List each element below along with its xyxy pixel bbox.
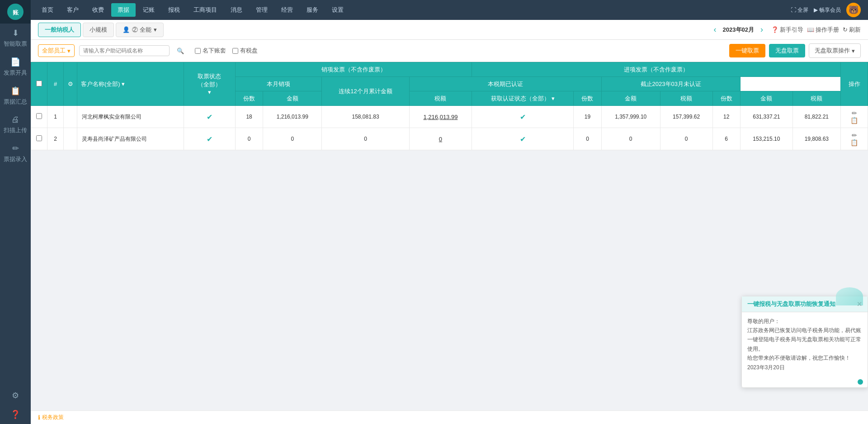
prev-month-button[interactable]: ‹ <box>711 24 719 35</box>
row-uncert-amount: 631,337.21 <box>740 106 793 128</box>
row-sales-count: 18 <box>235 106 263 128</box>
sidebar-item-invoice-summary[interactable]: 📋 票据汇总 <box>0 81 31 110</box>
row-cert-amount: 1,357,999.10 <box>601 106 660 128</box>
nav-settings[interactable]: 设置 <box>326 3 350 17</box>
row-cert-tax: 0 <box>660 128 712 150</box>
settings-icon: ⚙ <box>12 391 19 400</box>
th-checkbox <box>31 62 47 106</box>
th-uncert-tax: 税额 <box>793 91 840 106</box>
employee-filter[interactable]: 全部员工 ▾ <box>38 44 75 57</box>
th-purchase-invoice-group: 进项发票（不含作废票） <box>472 62 841 77</box>
edit-icon[interactable]: ✏ <box>852 110 857 117</box>
sidebar-item-scan-upload[interactable]: 🖨 扫描上传 <box>0 110 31 139</box>
th-sales-amount: 金额 <box>263 91 322 106</box>
row-sales-12month: 1,216,013.99 <box>409 106 472 128</box>
one-key-fetch-button[interactable]: 一键取票 <box>729 44 765 57</box>
row-checkbox[interactable] <box>36 135 42 141</box>
th-cert-tax: 税额 <box>660 91 712 106</box>
tab-all[interactable]: 👤 ② 全能 ▾ <box>116 23 164 37</box>
toolbar-right: 一键取票 无盘取票 无盘取票操作 ▾ <box>729 43 861 58</box>
column-settings-icon[interactable]: ⚙ <box>68 81 73 87</box>
row-checkbox[interactable] <box>36 113 42 119</box>
has-tax-disk-checkbox[interactable] <box>232 48 238 54</box>
row-cert-tax: 157,399.62 <box>660 106 712 128</box>
info-icon: ℹ <box>38 414 40 421</box>
nav-service[interactable]: 服务 <box>300 3 325 17</box>
no-disk-operations-button[interactable]: 无盘取票操作 ▾ <box>809 43 861 58</box>
nav-client[interactable]: 客户 <box>61 3 85 17</box>
fullscreen-btn[interactable]: ⛶ 全屏 <box>791 6 808 14</box>
vip-btn[interactable]: ▶ 畅享会员 <box>814 6 841 14</box>
toolbar: 全部员工 ▾ 🔍 名下账套 有税盘 一键取票 无盘取票 无盘取票操作 ▾ <box>31 40 868 62</box>
employee-filter-group: 全部员工 ▾ <box>38 44 75 57</box>
search-icon: 🔍 <box>177 48 184 54</box>
nav-invoice[interactable]: 票据 <box>111 3 136 17</box>
download-icon: ⬇ <box>12 28 19 38</box>
sidebar-item-data-entry[interactable]: ✏ 票据录入 <box>0 139 31 168</box>
invoice-icon: 📄 <box>10 57 20 67</box>
account-name-checkbox[interactable] <box>195 48 201 54</box>
refresh-link[interactable]: ↻ 刷新 <box>843 26 861 34</box>
th-12month-cumulative: 连续12个月累计金额 <box>322 77 409 106</box>
th-until-2023-03: 截止2023年03月未认证 <box>601 77 740 91</box>
nav-bookkeeping[interactable]: 记账 <box>137 3 161 17</box>
sidebar-item-smart-fetch[interactable]: ⬇ 智能取票 <box>0 24 31 52</box>
nav-home[interactable]: 首页 <box>35 3 60 17</box>
fullscreen-icon: ⛶ <box>791 7 796 13</box>
sidebar-item-settings[interactable]: ⚙ <box>10 386 20 405</box>
select-all-checkbox[interactable] <box>36 81 42 86</box>
svg-text:账: 账 <box>13 9 19 16</box>
th-settings: ⚙ <box>64 62 77 106</box>
account-name-filter[interactable]: 名下账套 <box>195 47 226 55</box>
user-avatar[interactable]: 🐻 <box>846 3 861 17</box>
nav-operation[interactable]: 经营 <box>275 3 299 17</box>
search-button[interactable]: 🔍 <box>174 46 187 56</box>
nav-manage[interactable]: 管理 <box>250 3 274 17</box>
search-input[interactable] <box>79 45 170 56</box>
row-checkbox-cell[interactable] <box>31 128 47 150</box>
nav-collection[interactable]: 收费 <box>86 3 110 17</box>
chevron-down-icon: ▾ <box>67 48 71 54</box>
row-no: 1 <box>47 106 64 128</box>
th-cert-status: 获取认证状态（全部） ▾ <box>472 91 574 106</box>
refresh-icon: ↻ <box>843 26 848 33</box>
filter-icon[interactable]: ▾ <box>122 81 125 87</box>
sidebar-item-help[interactable]: ❓ <box>10 405 20 424</box>
manual-link[interactable]: 📖 操作手册 <box>807 26 839 34</box>
th-sales-count: 份数 <box>235 91 263 106</box>
tab-bar: 一般纳税人 小规模 👤 ② 全能 ▾ ‹ 2023年02月 › ❓ 新手引导 📖… <box>31 20 868 40</box>
help-icon: ❓ <box>10 410 20 419</box>
new-guide-link[interactable]: ❓ 新手引导 <box>771 26 803 34</box>
no-disk-fetch-button[interactable]: 无盘取票 <box>769 44 805 57</box>
tab-small-scale[interactable]: 小规模 <box>83 23 114 37</box>
table-row: 1 河北柯摩枫实业有限公司 ✔ 18 1,216,013.99 158,081.… <box>31 106 868 128</box>
detail-icon[interactable]: 📋 <box>850 117 858 124</box>
th-client-name: 客户名称(全部) ▾ <box>77 62 184 106</box>
app-logo: 账 <box>0 0 31 24</box>
sidebar-item-issue-invoice[interactable]: 📄 发票开具 <box>0 52 31 81</box>
row-checkbox-cell[interactable] <box>31 106 47 128</box>
tax-policy-link[interactable]: 税务政策 <box>42 414 64 421</box>
nav-tax[interactable]: 报税 <box>162 3 186 17</box>
th-monthly-sales: 本月销项 <box>235 77 321 91</box>
cert-status-filter-icon[interactable]: ▾ <box>552 95 555 102</box>
tab-general-taxpayer[interactable]: 一般纳税人 <box>38 23 81 37</box>
th-uncert-amount: 金额 <box>740 91 793 106</box>
row-settings <box>64 128 77 150</box>
next-month-button[interactable]: › <box>758 24 766 35</box>
row-sales-count: 0 <box>235 128 263 150</box>
sidebar-item-label: 智能取票 <box>4 40 27 48</box>
edit-icon[interactable]: ✏ <box>852 132 857 139</box>
th-fetch-status: 取票状态 （全部） ▾ <box>184 62 235 106</box>
th-cert-amount: 金额 <box>601 91 660 106</box>
detail-icon[interactable]: 📋 <box>850 139 858 146</box>
tab-actions: ❓ 新手引导 📖 操作手册 ↻ 刷新 <box>771 26 861 34</box>
nav-message[interactable]: 消息 <box>224 3 249 17</box>
row-client-name: 灵寿县尚泽矿产品有限公司 <box>77 128 184 150</box>
notif-scroll-down[interactable] <box>858 379 863 385</box>
has-tax-disk-filter[interactable]: 有税盘 <box>232 47 258 55</box>
row-cert-amount: 0 <box>601 128 660 150</box>
nav-business[interactable]: 工商项目 <box>187 3 223 17</box>
fetch-status-filter-icon[interactable]: ▾ <box>208 89 211 95</box>
row-uncert-amount: 153,215.10 <box>740 128 793 150</box>
